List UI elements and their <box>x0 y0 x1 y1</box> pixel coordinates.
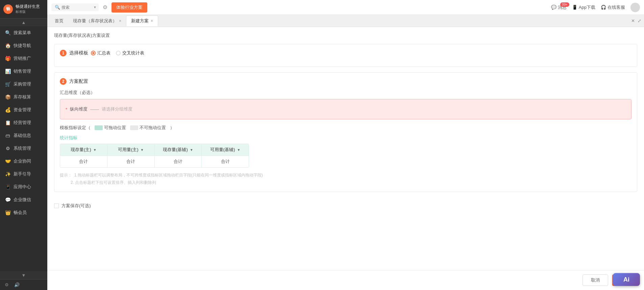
section1-header: 1 选择模板 汇总表 交叉统计表 <box>60 50 631 56</box>
stats-cell-0-3: 合计 <box>202 155 249 167</box>
sidebar-item-basic-info[interactable]: 🗃 基础信息 <box>0 129 47 142</box>
gear-icon[interactable]: ⚙ <box>101 3 109 12</box>
tab-close-icon[interactable]: × <box>119 19 121 23</box>
stats-label: 统计指标 <box>60 135 631 141</box>
sidebar-item-system[interactable]: ⚙ 系统管理 <box>0 142 47 155</box>
online-service-button[interactable]: 🎧 在线客服 <box>601 4 625 10</box>
sidebar-item-app-center[interactable]: 📱 应用中心 <box>0 180 47 193</box>
section2-header: 2 方案配置 <box>60 78 631 85</box>
tab-inventory-status[interactable]: 现存量（库存状况表） × <box>68 16 126 26</box>
sidebar: 畅 畅捷通好生意 标准版 ▲ 🔍 搜索菜单 🏠 快捷导航 🎁 营销推广 📊 销售… <box>0 0 47 290</box>
new-guide-icon: ✨ <box>5 171 11 177</box>
cooperation-icon: 🤝 <box>5 158 11 164</box>
basic-info-icon: 🗃 <box>5 132 11 139</box>
section1-title: 选择模板 <box>69 50 88 56</box>
indicator-suffix: ） <box>170 125 174 131</box>
sidebar-scroll-down[interactable]: ▼ <box>0 271 47 279</box>
member-icon: 👑 <box>5 210 11 216</box>
radio-cross-label: 交叉统计表 <box>122 50 144 56</box>
marketing-icon: 🎁 <box>5 55 11 62</box>
dimension-box: * 纵向维度 —— 请选择分组维度 <box>60 99 631 119</box>
sidebar-item-enterprise-wechat[interactable]: 💬 企业微信 <box>0 193 47 206</box>
indicator-label: 模板指标设定（ <box>60 125 91 131</box>
sidebar-bottom: ⚙ 🔊 <box>0 279 47 290</box>
sidebar-nav: 🔍 搜索菜单 🏠 快捷导航 🎁 营销推广 📊 销售管理 🛒 采购管理 📦 库存核… <box>0 26 47 271</box>
stats-header-text-1: 可用量(主) <box>118 147 139 153</box>
tab-home[interactable]: 首页 <box>50 16 68 26</box>
sidebar-item-label: 采购管理 <box>14 81 31 87</box>
draggable-box <box>95 125 103 130</box>
ai-badge[interactable]: Ai <box>613 273 640 286</box>
sidebar-item-sales[interactable]: 📊 销售管理 <box>0 65 47 78</box>
sidebar-item-member[interactable]: 👑 畅会员 <box>0 206 47 219</box>
sidebar-item-operations[interactable]: 📋 经营管理 <box>0 116 47 129</box>
search-menu-icon: 🔍 <box>5 30 11 36</box>
non-draggable-indicator: 不可拖动位置 <box>130 125 166 131</box>
cancel-button[interactable]: 取消 <box>583 274 608 286</box>
tab-new-plan-label: 新建方案 <box>131 18 149 24</box>
sidebar-item-finance[interactable]: 💰 资金管理 <box>0 103 47 116</box>
page-title: 现存量(库存状况表)方案设置 <box>54 32 637 39</box>
sidebar-item-label: 应用中心 <box>14 184 31 190</box>
sidebar-item-cooperation[interactable]: 🤝 企业协同 <box>0 155 47 168</box>
tab-actions: ✕ ⤢ <box>631 18 641 23</box>
stats-header-cell-0[interactable]: 现存量(主) ▼ <box>60 144 107 155</box>
maximize-icon[interactable]: ⤢ <box>638 18 641 23</box>
settings-icon[interactable]: ⚙ <box>5 282 9 287</box>
radio-summary[interactable]: 汇总表 <box>91 50 110 56</box>
save-checkbox[interactable] <box>54 203 59 208</box>
template-radio-group: 汇总表 交叉统计表 <box>91 50 144 56</box>
tab-home-label: 首页 <box>55 18 64 24</box>
section2-title: 方案配置 <box>69 78 88 84</box>
dimension-dash: —— <box>90 107 99 112</box>
save-checkbox-label: 方案保存(可选) <box>61 203 91 209</box>
sidebar-item-purchase[interactable]: 🛒 采购管理 <box>0 78 47 91</box>
search-box[interactable]: 🔍 ▼ <box>51 3 99 11</box>
section2-num: 2 <box>60 78 67 85</box>
stats-cell-0-0: 合计 <box>60 155 107 167</box>
required-mark: * <box>66 107 67 112</box>
sidebar-item-quick-nav[interactable]: 🏠 快捷导航 <box>0 39 47 52</box>
inventory-icon: 📦 <box>5 94 11 100</box>
messages-button[interactable]: 💬 消息 99+ <box>551 4 567 10</box>
phone-icon: 📱 <box>572 5 577 10</box>
radio-cross-btn <box>116 51 121 55</box>
summary-dimension-label: 汇总维度（必选） <box>60 90 631 96</box>
sidebar-item-label: 系统管理 <box>14 145 31 151</box>
tab-new-plan[interactable]: 新建方案 × <box>126 16 158 26</box>
sidebar-item-marketing[interactable]: 🎁 营销推广 <box>0 52 47 65</box>
sidebar-item-search-menu[interactable]: 🔍 搜索菜单 <box>0 26 47 39</box>
logo-icon: 畅 <box>3 4 13 14</box>
section-template: 1 选择模板 汇总表 交叉统计表 <box>54 44 637 67</box>
topbar: 🔍 ▼ ⚙ 体验行业方案 💬 消息 99+ 📱 App下载 🎧 在线客服 <box>47 0 644 15</box>
tab-bar: 首页 现存量（库存状况表） × 新建方案 × ✕ ⤢ <box>47 15 644 27</box>
template-indicator: 模板指标设定（ 可拖动位置 不可拖动位置 ） <box>60 125 631 131</box>
dropdown-icon-3: ▼ <box>237 148 241 152</box>
sidebar-item-label: 经营管理 <box>14 120 31 126</box>
app-download-button[interactable]: 📱 App下载 <box>572 4 595 10</box>
sidebar-item-new-guide[interactable]: ✨ 新手引导 <box>0 168 47 180</box>
close-window-icon[interactable]: ✕ <box>631 18 635 23</box>
system-icon: ⚙ <box>5 145 11 151</box>
stats-header-row: 现存量(主) ▼ 可用量(主) ▼ 现存量(基辅) ▼ 可用量(基辅) ▼ <box>60 144 249 155</box>
trial-button[interactable]: 体验行业方案 <box>112 2 147 13</box>
speaker-icon[interactable]: 🔊 <box>14 282 20 287</box>
stats-header-cell-2[interactable]: 现存量(基辅) ▼ <box>155 144 202 155</box>
stats-header-cell-3[interactable]: 可用量(基辅) ▼ <box>202 144 249 155</box>
user-avatar[interactable] <box>630 3 640 12</box>
sidebar-item-inventory[interactable]: 📦 库存核算 <box>0 91 47 103</box>
stats-header-cell-1[interactable]: 可用量(主) ▼ <box>107 144 155 155</box>
sidebar-item-label: 搜索菜单 <box>14 30 31 36</box>
sidebar-scroll-up[interactable]: ▲ <box>0 19 47 26</box>
sidebar-item-label: 资金管理 <box>14 107 31 113</box>
tab-close-new-icon[interactable]: × <box>151 19 153 23</box>
stats-header-text-0: 现存量(主) <box>71 147 91 153</box>
sidebar-item-label: 企业微信 <box>14 197 31 203</box>
sidebar-item-label: 企业协同 <box>14 158 31 164</box>
sidebar-item-label: 快捷导航 <box>14 43 31 49</box>
search-input[interactable] <box>61 5 92 10</box>
stats-header-text-2: 现存量(基辅) <box>163 147 188 153</box>
radio-cross[interactable]: 交叉统计表 <box>116 50 144 56</box>
chevron-down-icon: ▼ <box>93 5 97 9</box>
dimension-placeholder[interactable]: 请选择分组维度 <box>102 106 132 112</box>
